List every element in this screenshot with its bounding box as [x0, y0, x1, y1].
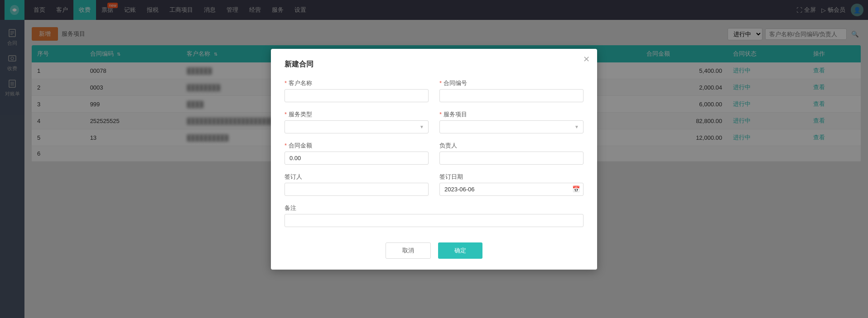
form-field-client: 客户名称: [285, 79, 429, 102]
contract-amount-label: 合同金额: [285, 142, 429, 150]
modal-overlay[interactable]: 新建合同 ✕ 客户名称 合同编号 服务类型: [0, 0, 868, 318]
responsible-input[interactable]: [439, 152, 583, 165]
sign-date-wrapper: 📅: [439, 183, 583, 196]
remark-input[interactable]: [285, 214, 583, 227]
signer-input[interactable]: [285, 183, 429, 196]
sign-date-label: 签订日期: [439, 173, 583, 181]
service-item-label: 服务项目: [439, 110, 583, 119]
dialog-close-button[interactable]: ✕: [583, 55, 590, 63]
form-row-2: 服务类型 服务项目: [285, 110, 583, 133]
form-row-4: 签订人 签订日期 📅: [285, 173, 583, 196]
new-contract-dialog: 新建合同 ✕ 客户名称 合同编号 服务类型: [271, 49, 597, 270]
contract-no-label: 合同编号: [439, 79, 583, 87]
form-field-sign-date: 签订日期 📅: [439, 173, 583, 196]
contract-amount-input[interactable]: [285, 152, 429, 165]
form-field-amount: 合同金额: [285, 142, 429, 165]
signer-label: 签订人: [285, 173, 429, 181]
form-row-3: 合同金额 负责人: [285, 142, 583, 165]
form-field-signer: 签订人: [285, 173, 429, 196]
form-field-service-type: 服务类型: [285, 110, 429, 133]
form-field-remark: 备注: [285, 204, 583, 227]
responsible-label: 负责人: [439, 142, 583, 150]
form-field-contract-no: 合同编号: [439, 79, 583, 102]
service-type-label: 服务类型: [285, 110, 429, 119]
form-field-responsible: 负责人: [439, 142, 583, 165]
dialog-footer: 取消 确定: [285, 235, 583, 259]
remark-label: 备注: [285, 204, 583, 212]
form-row-5: 备注: [285, 204, 583, 227]
client-name-input[interactable]: [285, 89, 429, 102]
client-name-label: 客户名称: [285, 79, 429, 87]
contract-no-input[interactable]: [439, 89, 583, 102]
service-type-select-wrapper: [285, 120, 429, 133]
form-row-1: 客户名称 合同编号: [285, 79, 583, 102]
sign-date-input[interactable]: [439, 183, 583, 196]
dialog-title: 新建合同: [285, 60, 583, 69]
service-type-select[interactable]: [285, 120, 429, 133]
confirm-button[interactable]: 确定: [438, 242, 482, 259]
service-item-select-wrapper: [439, 120, 583, 133]
cancel-button[interactable]: 取消: [386, 242, 431, 259]
form-field-service-item: 服务项目: [439, 110, 583, 133]
service-item-select[interactable]: [439, 120, 583, 133]
